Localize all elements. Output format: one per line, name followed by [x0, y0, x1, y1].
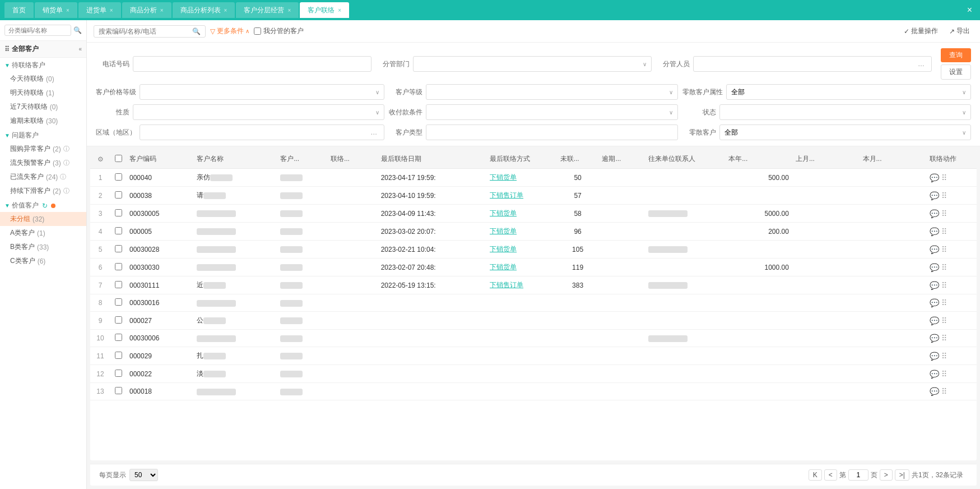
row-checkbox[interactable]: [115, 298, 122, 306]
cust-grade-input[interactable]: ∨: [426, 84, 677, 100]
payment-input[interactable]: ∨: [426, 104, 677, 120]
more-action-icon[interactable]: ⠿: [941, 191, 947, 200]
my-customers-check[interactable]: [254, 27, 261, 35]
region-input[interactable]: …: [140, 124, 384, 140]
message-icon[interactable]: 💬: [930, 334, 939, 343]
tab-customer-contact[interactable]: 客户联络 ×: [300, 2, 349, 18]
th-gear[interactable]: ⚙: [90, 150, 110, 169]
message-icon[interactable]: 💬: [930, 245, 939, 254]
refresh-icon[interactable]: ↻: [42, 202, 48, 210]
method-link[interactable]: 下销货单: [490, 263, 517, 271]
row-checkbox[interactable]: [115, 316, 122, 324]
close-tab-product-list[interactable]: ×: [224, 7, 227, 13]
last-page-btn[interactable]: >|: [895, 469, 909, 481]
page-input[interactable]: [848, 469, 868, 481]
more-action-icon[interactable]: ⠿: [941, 209, 947, 218]
method-link[interactable]: 下销货单: [490, 227, 517, 235]
message-icon[interactable]: 💬: [930, 352, 939, 361]
sidebar-item-ungroup[interactable]: 未分组 (32): [0, 212, 86, 226]
more-action-icon[interactable]: ⠿: [941, 352, 947, 361]
more-action-icon[interactable]: ⠿: [941, 245, 947, 254]
sidebar-item-class-a[interactable]: A类客户 (1): [0, 226, 86, 240]
retail-attr-input[interactable]: 全部 ∨: [726, 84, 971, 100]
prev-page-btn[interactable]: <: [824, 469, 837, 481]
message-icon[interactable]: 💬: [930, 281, 939, 290]
sidebar-item-declining[interactable]: 持续下滑客户 (2) ⓘ: [0, 184, 86, 198]
row-checkbox[interactable]: [115, 209, 122, 216]
person-more-btn[interactable]: …: [916, 60, 927, 68]
sidebar-item-warning[interactable]: 流失预警客户 (3) ⓘ: [0, 156, 86, 170]
gear-icon[interactable]: ⚙: [97, 155, 104, 163]
row-checkbox[interactable]: [115, 387, 122, 394]
my-customers-checkbox[interactable]: 我分管的客户: [254, 26, 304, 36]
retail-cust-input[interactable]: 全部 ∨: [719, 124, 971, 140]
message-icon[interactable]: 💬: [930, 209, 939, 218]
message-icon[interactable]: 💬: [930, 298, 939, 307]
first-page-btn[interactable]: K: [809, 469, 822, 481]
method-link[interactable]: 下销货单: [490, 173, 517, 181]
phone-input[interactable]: [133, 56, 371, 72]
close-tab-purchase-order[interactable]: ×: [110, 7, 113, 13]
message-icon[interactable]: 💬: [930, 316, 939, 325]
message-icon[interactable]: 💬: [930, 263, 939, 272]
sidebar-search-input[interactable]: [4, 25, 71, 36]
dept-input[interactable]: ∨: [413, 56, 652, 72]
export-btn[interactable]: ↗ 导出: [946, 25, 973, 38]
more-action-icon[interactable]: ⠿: [941, 387, 947, 396]
status-input[interactable]: ∨: [719, 104, 971, 120]
method-link[interactable]: 下销售订单: [490, 281, 523, 289]
method-link[interactable]: 下销货单: [490, 209, 517, 217]
sidebar-search-icon[interactable]: 🔍: [73, 26, 82, 34]
more-action-icon[interactable]: ⠿: [941, 370, 947, 379]
sidebar-item-tomorrow[interactable]: 明天待联络 (1): [0, 86, 86, 100]
message-icon[interactable]: 💬: [930, 370, 939, 379]
row-checkbox[interactable]: [115, 191, 122, 199]
row-checkbox[interactable]: [115, 281, 122, 288]
message-icon[interactable]: 💬: [930, 387, 939, 396]
batch-ops-btn[interactable]: ✓ 批量操作: [900, 25, 941, 38]
tab-purchase-order[interactable]: 进货单 ×: [78, 2, 121, 18]
tab-customer-tier[interactable]: 客户分层经营 ×: [236, 2, 299, 18]
close-all-tabs[interactable]: ×: [964, 5, 976, 15]
tab-product-analysis[interactable]: 商品分析 ×: [122, 2, 171, 18]
all-customers-header[interactable]: ⠿ 全部客户 «: [0, 41, 86, 58]
sidebar-item-today[interactable]: 今天待联络 (0): [0, 72, 86, 86]
row-checkbox[interactable]: [115, 352, 122, 359]
next-page-btn[interactable]: >: [880, 469, 893, 481]
more-action-icon[interactable]: ⠿: [941, 227, 947, 236]
sidebar-item-class-b[interactable]: B类客户 (33): [0, 240, 86, 254]
sidebar-item-class-c[interactable]: C类客户 (6): [0, 254, 86, 268]
close-tab-customer-tier[interactable]: ×: [287, 7, 291, 13]
tab-product-list[interactable]: 商品分析列表 ×: [173, 2, 235, 18]
close-tab-customer-contact[interactable]: ×: [338, 7, 341, 13]
method-link[interactable]: 下销售订单: [490, 191, 523, 199]
more-action-icon[interactable]: ⠿: [941, 316, 947, 325]
more-action-icon[interactable]: ⠿: [941, 334, 947, 343]
row-checkbox[interactable]: [115, 263, 122, 270]
person-input[interactable]: …: [693, 56, 932, 72]
more-action-icon[interactable]: ⠿: [941, 263, 947, 272]
row-checkbox[interactable]: [115, 370, 122, 377]
message-icon[interactable]: 💬: [930, 227, 939, 236]
region-more-btn[interactable]: …: [368, 128, 379, 136]
row-checkbox[interactable]: [115, 245, 122, 252]
sidebar-item-overdue[interactable]: 逾期未联络 (30): [0, 114, 86, 128]
message-icon[interactable]: 💬: [930, 173, 939, 182]
filter-search-icon[interactable]: 🔍: [192, 27, 201, 35]
sidebar-item-abnormal[interactable]: 囤购异常客户 (2) ⓘ: [0, 142, 86, 156]
more-conditions-btn[interactable]: ▽ 更多条件 ∧: [210, 26, 249, 36]
row-checkbox[interactable]: [115, 227, 122, 234]
row-checkbox[interactable]: [115, 334, 122, 341]
reset-btn[interactable]: 设置: [941, 64, 971, 80]
sidebar-item-lost[interactable]: 已流失客户 (24) ⓘ: [0, 170, 86, 184]
cust-type-input[interactable]: [426, 124, 677, 140]
close-tab-sales-order[interactable]: ×: [66, 7, 69, 13]
more-action-icon[interactable]: ⠿: [941, 298, 947, 307]
select-all-checkbox[interactable]: [115, 155, 122, 162]
close-tab-product-analysis[interactable]: ×: [160, 7, 164, 13]
more-action-icon[interactable]: ⠿: [941, 281, 947, 290]
gender-input[interactable]: ∨: [133, 104, 384, 120]
query-btn[interactable]: 查询: [941, 48, 971, 62]
sidebar-item-7days[interactable]: 近7天待联络 (0): [0, 100, 86, 114]
tab-sales-order[interactable]: 销货单 ×: [35, 2, 77, 18]
